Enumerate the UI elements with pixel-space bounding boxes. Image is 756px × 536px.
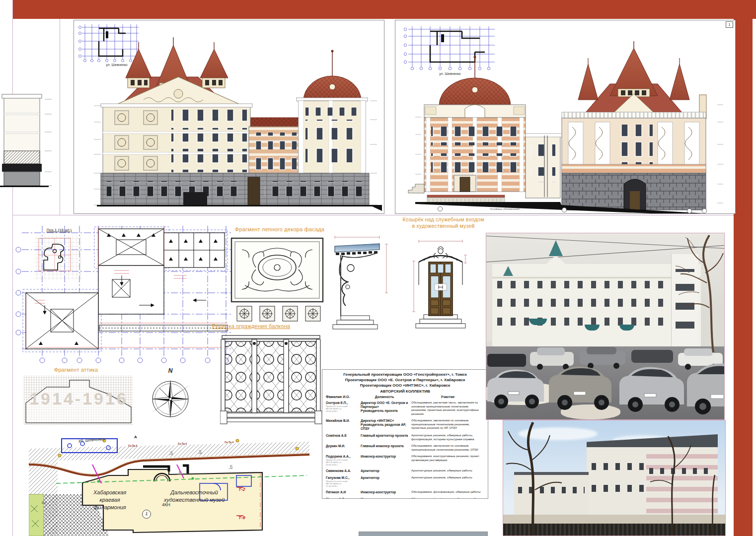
siteplan-spot-height: .5: [177, 470, 181, 476]
credits-rows: Осетров Е.П., Приказ об аттестации МК РФ…: [326, 401, 484, 499]
credits-header-1: Генеральный проектировщик ООО «Генстройп…: [326, 372, 484, 378]
credits-row: Деркач М.И. Главный инженер проекта Обсл…: [326, 444, 484, 452]
attic-drawing: 1914-1916: [24, 375, 133, 425]
sheet-right-elevation: 1 ул. Шевченко: [395, 20, 736, 214]
siteplan-marker-t9: Т-9: [238, 515, 245, 520]
credit-part: Обследования, заключения по основным при…: [411, 419, 484, 431]
siteplan-philharmonic-label: Хабаровская краевая филармония: [93, 489, 126, 511]
credit-name: Семёнов А.Е: [326, 434, 358, 438]
canopy-front-door-drawing: [410, 233, 472, 333]
photo-cornice: [492, 277, 701, 278]
canopy-label: Козырёк над служебным входом в художеств…: [382, 216, 504, 229]
siteplan-spot-height: .5: [169, 451, 173, 456]
credit-role: Директор ООО «Е. Осетров и Партнеры» Рук…: [361, 401, 408, 416]
decor-fragment-label: Фрагмент лепного декора фасада: [223, 226, 337, 232]
siteplan-marker-t2: Т-2: [238, 487, 245, 492]
credit-name: Михайлов В.И.: [326, 419, 358, 423]
photo-bottom-strip: [359, 532, 488, 536]
credit-name: Макеев А.С.: [326, 497, 358, 499]
credit-part: Обследования, фотофиксация, обмерные раб…: [411, 497, 484, 499]
credit-role: Инженер-конструктор: [361, 455, 408, 466]
col-name: Фамилия И.О.: [326, 395, 358, 399]
siteplan-tr-label: Сн.Тр.4: [128, 444, 137, 447]
credit-part: Архитектурные решения, обмерные работы: [411, 469, 484, 473]
sheet-left-elevation: ул. Шевченко: [74, 20, 384, 214]
legend-note: Условные обозначения: [475, 207, 534, 210]
left-elevation-drawing: [74, 20, 384, 213]
col-part: Участие: [411, 395, 484, 399]
photo-window-row: [497, 299, 696, 307]
credits-row: Подорина А.А., Приказ об аттестации МК Р…: [326, 455, 484, 466]
siteplan-museum-label: Дальневосточный художественный музей: [164, 489, 225, 504]
credits-columns: Фамилия И.О. Должность Участие: [326, 395, 484, 399]
credit-role: Директор «ИНТЭКС» Руководитель разделов …: [361, 419, 408, 431]
attic-label: Фрагмент аттика: [44, 367, 108, 373]
credit-name: Пятикоп А.И: [326, 490, 358, 494]
credit-role: Главный архитектор проекта: [361, 434, 408, 441]
credits-table: Генеральный проектировщик ООО «Генстройп…: [322, 369, 488, 499]
credit-name: Деркач М.И.: [326, 444, 358, 448]
left-margin-section-fragment: [0, 84, 59, 212]
credit-part: Обследования, расчетная часть, заключени…: [411, 401, 484, 416]
inner-left-rule: [60, 19, 60, 215]
credits-row: Семёнов А.Е Главный архитектор проекта А…: [326, 434, 484, 441]
credit-part: Архитектурные решения, обмерные работы, …: [411, 434, 484, 441]
photo-corner-view: [503, 420, 726, 536]
col-role: Должность: [361, 395, 408, 399]
siteplan-tr-label: Сн.Тр.4: [178, 442, 187, 445]
credit-part: Архитектурные решения, обмерные работы: [411, 476, 484, 487]
credit-role: Главный инженер проекта: [361, 444, 408, 452]
frame-top-band: [12, 0, 756, 19]
credit-name: Осетров Е.П.,: [326, 401, 358, 405]
credits-header-3: Проектировщик ООО «ИНТЭКС», г. Хабаровск: [326, 383, 484, 389]
credit-part: Обследования, заключения по основным при…: [411, 444, 484, 452]
credit-note: Приказ об аттестации МК РФ №611 от 09.06…: [326, 459, 358, 466]
photo-street-view: [486, 233, 725, 420]
credit-part: Обследования, фотофиксация, обмерные раб…: [411, 490, 484, 494]
credits-header-2: Проектировщик ООО «Е. Осетров и Партнеры…: [326, 378, 484, 383]
credit-name: Подорина А.А.,: [326, 455, 358, 459]
presentation-board: ул. Шевченко: [0, 0, 756, 536]
page-left-rule: [12, 0, 13, 536]
siteplan-curb-label: Бр: [42, 500, 47, 505]
photo-tree-branches: [675, 233, 724, 352]
frame-right-band: [734, 0, 753, 536]
siteplan-arrow-label: А: [134, 435, 137, 439]
roof-plan-drawing: [15, 226, 233, 370]
credit-role: Архитектор: [361, 476, 408, 487]
right-elevation-drawing: [395, 20, 735, 213]
railing-label: Решетка ограждения балкона: [198, 323, 304, 329]
decor-fragment-drawing: [230, 237, 324, 324]
siteplan-spot-height: .5: [228, 465, 232, 470]
photo-turret-teal: [549, 240, 563, 256]
attic-dates-text: 1914-1916: [28, 389, 130, 408]
compass-rose: [148, 373, 193, 423]
photo-window-row: [497, 281, 696, 288]
credit-role: Инженер-конструктор: [361, 490, 408, 494]
siteplan-tr-label: Сн.Тр.4: [225, 441, 233, 444]
credit-part: Обследования, конструктивные решения, пр…: [411, 455, 484, 466]
railing-drawing: [220, 333, 322, 428]
canopy-side-view-drawing: [328, 233, 392, 333]
mid-divider-rule: [12, 215, 734, 215]
photo-building-main: [492, 264, 701, 348]
credits-row: Осетров Е.П., Приказ об аттестации МК РФ…: [326, 401, 484, 416]
siteplan-spot-height: .5: [198, 450, 202, 455]
credits-row: Савинкова А.А. Архитектор Архитектурные …: [326, 469, 484, 473]
credit-role: Архитектор: [361, 469, 408, 473]
siteplan-kn-label: 4КН: [162, 502, 170, 507]
credits-row: Макеев А.С. Инженер-конструктор Обследов…: [326, 497, 484, 499]
credits-title: АВТОРСКИЙ КОЛЛЕКТИВ: [326, 389, 484, 394]
photo-trees: [503, 420, 726, 536]
credits-row: Михайлов В.И. Директор «ИНТЭКС» Руководи…: [326, 419, 484, 431]
credit-note: Приказ об аттестации МК РФ №810 от 11.04…: [326, 480, 358, 487]
photo-cars: [486, 346, 725, 420]
credit-name: Савинкова А.А.: [326, 469, 358, 473]
credits-row: Галузова М.С., Приказ об аттестации МК Р…: [326, 476, 484, 487]
siteplan-building-number: 1: [142, 510, 151, 519]
credit-name: Галузова М.С.,: [326, 476, 358, 480]
credit-role: Инженер-конструктор: [361, 497, 408, 499]
credit-note: Приказ об аттестации МК РФ №911 от 09.06…: [326, 405, 358, 412]
credits-row: Пятикоп А.И Инженер-конструктор Обследов…: [326, 490, 484, 494]
